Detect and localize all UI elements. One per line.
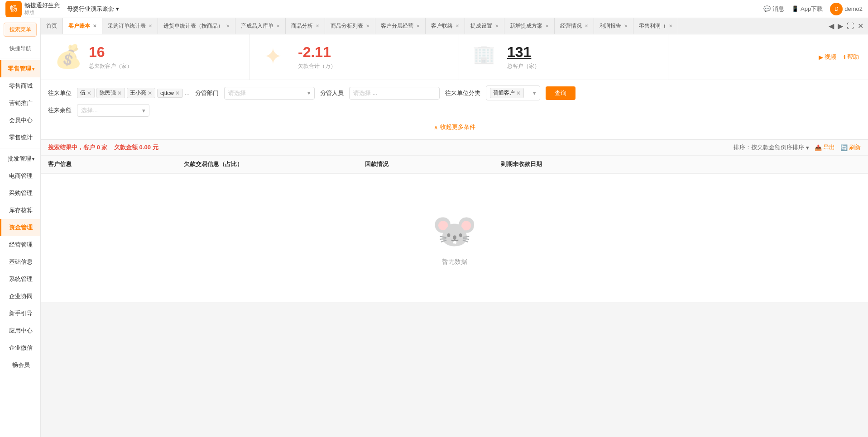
tag-close-icon[interactable]: ✕ xyxy=(175,90,180,96)
search-menu-button[interactable]: 搜索菜单 xyxy=(4,23,37,37)
tab-new-promo[interactable]: 新增提成方案 ✕ xyxy=(504,18,555,34)
sidebar-item-newcomer[interactable]: 新手引导 xyxy=(0,305,40,322)
dept-select-value: 请选择 xyxy=(228,89,246,97)
sidebar-search-area: 搜索菜单 xyxy=(0,18,40,41)
tag-close-icon[interactable]: ✕ xyxy=(117,90,122,96)
person-select[interactable]: 请选择 ... xyxy=(349,87,440,100)
tab-close-icon[interactable]: ✕ xyxy=(226,24,230,28)
sidebar-item-retail-stat[interactable]: 零售统计 xyxy=(0,129,40,146)
stat-total-customers: 🏢 131 总客户（家） xyxy=(459,34,668,80)
results-prefix: 搜索结果中，客户 xyxy=(48,144,95,151)
balance-select[interactable]: 选择... ▾ xyxy=(77,104,149,117)
tab-customer-accounts[interactable]: 客户账本 ✕ xyxy=(63,18,102,34)
export-label: 导出 xyxy=(823,143,835,152)
message-button[interactable]: 💬 消息 xyxy=(763,5,784,13)
results-info: 搜索结果中，客户 0 家 欠款金额 0.00 元 xyxy=(48,143,158,152)
tab-profit-report[interactable]: 利润报告 ✕ xyxy=(594,18,633,34)
tab-close-icon[interactable]: ✕ xyxy=(456,24,459,28)
sidebar-item-label: 零售管理 xyxy=(8,65,31,73)
tab-customer-contact[interactable]: 客户联络 ✕ xyxy=(426,18,465,34)
tab-retail-profit[interactable]: 零售利润（ ✕ xyxy=(633,18,678,34)
chevron-down-icon: ▾ xyxy=(142,107,145,114)
tab-close-icon[interactable]: ✕ xyxy=(366,24,369,28)
logo-text-block: 畅捷通好生意 标版 xyxy=(24,2,60,16)
tag-close-icon[interactable]: ✕ xyxy=(516,90,521,96)
export-icon: 📤 xyxy=(815,144,822,151)
user-profile[interactable]: D demo2 xyxy=(830,3,863,15)
tab-bar-actions: ◀ ▶ ⛶ ✕ xyxy=(824,21,868,31)
sidebar-item-label: 零售商城 xyxy=(9,82,33,89)
unit-type-select[interactable]: 普通客户 ✕ ▾ xyxy=(486,86,540,100)
sidebar: 搜索菜单 快捷导航 零售管理 ▾ 零售商城 营销推广 会员中心 零售统计 批发管… xyxy=(0,18,41,437)
tab-label: 进货单统计表（按商品） xyxy=(163,22,223,30)
sidebar-item-app-center[interactable]: 应用中心 xyxy=(0,322,40,339)
dept-select[interactable]: 请选择 ▾ xyxy=(224,87,315,100)
tab-scroll-right-icon[interactable]: ▶ xyxy=(837,21,844,31)
results-bar: 搜索结果中，客户 0 家 欠款金额 0.00 元 排序：按欠款金额倒序排序 ▾ … xyxy=(41,140,868,156)
tab-close-icon[interactable]: ✕ xyxy=(93,24,96,28)
tab-close-icon[interactable]: ✕ xyxy=(276,24,280,28)
sidebar-item-wechat[interactable]: 企业微信 xyxy=(0,339,40,356)
query-button[interactable]: 查询 xyxy=(546,86,575,100)
tab-close-icon[interactable]: ✕ xyxy=(416,24,420,28)
refresh-button[interactable]: 🔄 刷新 xyxy=(840,143,861,152)
content-area: 首页 客户账本 ✕ 采购订单统计表 ✕ 进货单统计表（按商品） ✕ 产成品入库单… xyxy=(41,18,868,437)
sidebar-item-retail-mgmt[interactable]: 零售管理 ▾ xyxy=(0,60,40,77)
help-button[interactable]: ℹ 帮助 xyxy=(844,53,859,61)
sidebar-item-system[interactable]: 系统管理 xyxy=(0,271,40,288)
tab-close-icon[interactable]: ✕ xyxy=(669,24,672,28)
tab-customer-tier[interactable]: 客户分层经营 ✕ xyxy=(375,18,426,34)
empty-icon: 🐭 xyxy=(432,210,477,252)
tab-close-icon[interactable]: ✕ xyxy=(585,24,588,28)
sidebar-item-label: 库存核算 xyxy=(9,207,33,214)
enterprise-name: 母婴行业演示账套 xyxy=(67,5,114,13)
tab-menu-icon[interactable]: ✕ xyxy=(857,21,864,31)
video-help-button[interactable]: ▶ 视频 xyxy=(819,53,836,61)
chevron-down-icon: ▾ xyxy=(307,90,311,96)
sidebar-item-purchase[interactable]: 采购管理 xyxy=(0,185,40,202)
tab-biz-situation[interactable]: 经营情况 ✕ xyxy=(555,18,594,34)
sidebar-item-enterprise-coop[interactable]: 企业协同 xyxy=(0,288,40,305)
sort-select[interactable]: 排序：按欠款金额倒序排序 ▾ xyxy=(734,143,809,152)
sidebar-item-operation[interactable]: 经营管理 xyxy=(0,236,40,253)
filter-more-tags[interactable]: ... xyxy=(185,90,190,96)
sidebar-item-member[interactable]: 会员中心 xyxy=(0,112,40,129)
tag-close-icon[interactable]: ✕ xyxy=(148,90,152,96)
tab-close-icon[interactable]: ✕ xyxy=(316,24,319,28)
sidebar-item-marketing[interactable]: 营销推广 xyxy=(0,95,40,112)
sidebar-item-stock[interactable]: 库存核算 xyxy=(0,202,40,219)
sidebar-item-label: 资金管理 xyxy=(9,224,33,231)
quick-nav-button[interactable]: 快捷导航 xyxy=(0,41,40,56)
video-label: 视频 xyxy=(825,53,836,61)
collapse-more-btn[interactable]: ∧ 收起更多条件 xyxy=(48,120,861,134)
sidebar-item-ecommerce[interactable]: 电商管理 xyxy=(0,167,40,185)
tab-scroll-left-icon[interactable]: ◀ xyxy=(828,21,835,31)
sidebar-item-basic-info[interactable]: 基础信息 xyxy=(0,253,40,271)
tab-maximize-icon[interactable]: ⛶ xyxy=(846,21,855,31)
tab-product-inbound[interactable]: 产成品入库单 ✕ xyxy=(235,18,286,34)
sidebar-item-finance[interactable]: 资金管理 xyxy=(0,219,40,236)
app-download-button[interactable]: 📱 App下载 xyxy=(791,5,823,13)
tag-close-icon[interactable]: ✕ xyxy=(87,90,91,96)
tab-home[interactable]: 首页 xyxy=(41,18,63,34)
sidebar-item-retail-shop[interactable]: 零售商城 xyxy=(0,77,40,95)
enterprise-select[interactable]: 母婴行业演示账套 ▾ xyxy=(63,3,123,15)
tab-promo-settings[interactable]: 提成设置 ✕ xyxy=(465,18,504,34)
refresh-label: 刷新 xyxy=(849,143,861,152)
tab-close-icon[interactable]: ✕ xyxy=(149,24,152,28)
tab-goods-analysis-list[interactable]: 商品分析列表 ✕ xyxy=(325,18,375,34)
top-bar-right: 💬 消息 📱 App下载 D demo2 xyxy=(763,3,863,15)
sidebar-item-wholesale[interactable]: 批发管理 ▾ xyxy=(0,150,40,167)
export-button[interactable]: 📤 导出 xyxy=(815,143,835,152)
tab-close-icon[interactable]: ✕ xyxy=(545,24,549,28)
app-icon: 📱 xyxy=(791,5,799,12)
tab-purchase-order-stat[interactable]: 采购订单统计表 ✕ xyxy=(102,18,158,34)
tab-stock-stat[interactable]: 进货单统计表（按商品） ✕ xyxy=(158,18,235,34)
tab-close-icon[interactable]: ✕ xyxy=(624,24,628,28)
sidebar-item-vip[interactable]: 畅会员 xyxy=(0,356,40,374)
person-more-btn[interactable]: ... xyxy=(373,90,377,96)
tab-close-icon[interactable]: ✕ xyxy=(495,24,499,28)
username: demo2 xyxy=(844,5,863,12)
app-download-label: App下载 xyxy=(801,5,823,13)
tab-goods-analysis[interactable]: 商品分析 ✕ xyxy=(286,18,325,34)
